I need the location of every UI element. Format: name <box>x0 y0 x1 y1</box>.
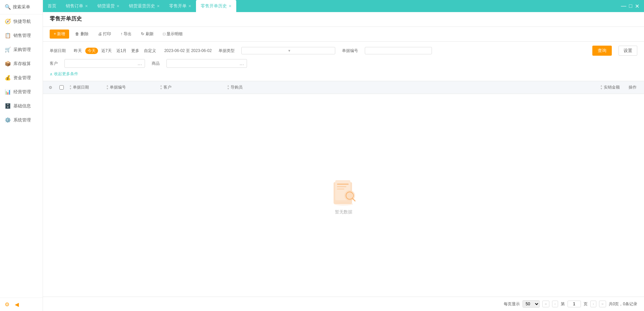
collapse-sidebar-icon[interactable]: ◀ <box>15 301 19 308</box>
sidebar-item-basic[interactable]: 🗄️ 基础信息 <box>0 99 43 113</box>
date-custom[interactable]: 自定义 <box>143 48 157 54</box>
query-button[interactable]: 查询 <box>592 46 612 56</box>
sidebar-item-operation[interactable]: 📊 经营管理 <box>0 85 43 99</box>
customer-input-wrap: ... <box>64 59 145 68</box>
sidebar-item-system[interactable]: ⚙️ 系统管理 <box>0 113 43 127</box>
filter-row-2: 客户 ... 商品 ... <box>50 59 637 68</box>
settings-bottom-icon[interactable]: ⚙ <box>5 301 9 308</box>
tab-retail-open-history-close[interactable]: ✕ <box>229 4 232 8</box>
column-actions: 操作 <box>623 85 643 90</box>
sidebar-item-sales[interactable]: 📋 销售管理 <box>0 29 43 43</box>
filter-area: 单据日期 昨天 今天 近7天 近1月 更多 自定义 2023-06-02 至 2… <box>43 42 644 81</box>
finance-icon: 💰 <box>5 75 11 81</box>
sales-icon: 📋 <box>5 33 11 39</box>
column-num[interactable]: ▲▼ 单据编号 <box>103 85 157 90</box>
total-label: 共0页，0条记录 <box>609 301 637 307</box>
display-detail-button[interactable]: □ 显示明细 <box>160 30 186 39</box>
empty-illustration <box>327 175 360 209</box>
next-page-button[interactable]: › <box>590 301 596 307</box>
tab-sales-return-history[interactable]: 销货退货历史 ✕ <box>124 0 164 12</box>
first-page-button[interactable]: « <box>542 301 549 307</box>
date-today[interactable]: 今天 <box>85 48 98 54</box>
type-select[interactable]: ▾ <box>241 47 335 54</box>
tab-retail-open-close[interactable]: ✕ <box>188 4 191 8</box>
collapse-up-icon: ∧ <box>50 72 53 76</box>
print-button[interactable]: 🖨 打印 <box>95 30 114 39</box>
date-more[interactable]: 更多 <box>130 48 141 54</box>
svg-rect-5 <box>337 189 344 190</box>
per-page-select[interactable]: 50 100 200 <box>523 300 540 308</box>
minimize-button[interactable]: — <box>621 3 626 9</box>
customer-input[interactable] <box>67 61 138 66</box>
export-button[interactable]: ↑ 导出 <box>117 30 135 39</box>
purchase-icon: 🛒 <box>5 47 11 53</box>
select-all-checkbox[interactable] <box>59 85 64 90</box>
collapse-button[interactable]: ∧ 收起更多条件 <box>50 71 637 77</box>
customer-dots-icon[interactable]: ... <box>138 60 142 66</box>
system-icon: ⚙️ <box>5 117 11 123</box>
tab-retail-open-label: 零售开单 <box>169 3 187 9</box>
quick-nav-icon: 🧭 <box>5 18 11 24</box>
num-filter-label: 单据编号 <box>342 48 358 54</box>
settings-filter-button[interactable]: 设置 <box>618 46 637 56</box>
column-date[interactable]: ▲▼ 单据日期 <box>66 85 103 90</box>
tab-sales-return[interactable]: 销货退货 ✕ <box>93 0 124 12</box>
last-page-button[interactable]: » <box>599 301 606 307</box>
refresh-button[interactable]: ↻ 刷新 <box>138 30 157 39</box>
column-guide[interactable]: ▲▼ 导购员 <box>224 85 264 90</box>
column-customer[interactable]: ▲▼ 客户 <box>157 85 224 90</box>
sidebar-item-purchase[interactable]: 🛒 采购管理 <box>0 43 43 57</box>
page-title: 零售开单历史 <box>50 15 637 22</box>
tab-sales-order[interactable]: 销售订单 ✕ <box>61 0 93 12</box>
add-button[interactable]: + 新增 <box>50 30 69 39</box>
tab-home[interactable]: 首页 <box>43 0 61 12</box>
goods-dots-icon[interactable]: ... <box>240 60 244 66</box>
content-header: 零售开单历史 <box>43 12 644 27</box>
tab-sales-order-close[interactable]: ✕ <box>85 4 88 8</box>
delete-button[interactable]: 🗑 删除 <box>72 30 92 39</box>
sidebar-item-label: 系统管理 <box>13 117 31 123</box>
date-yesterday[interactable]: 昨天 <box>72 48 83 54</box>
svg-rect-4 <box>337 186 346 187</box>
tab-sales-return-close[interactable]: ✕ <box>116 4 119 8</box>
sidebar-item-quick-nav[interactable]: 🧭 快捷导航 <box>0 14 43 29</box>
sidebar-item-inventory[interactable]: 📦 库存核算 <box>0 57 43 71</box>
column-settings-icon[interactable]: ⚙ <box>44 85 56 90</box>
column-amount[interactable]: ▲▼ 实销金额 <box>589 85 623 90</box>
table-header: ⚙ ▲▼ 单据日期 ▲▼ 单据编号 ▲▼ 客户 ▲▼ <box>43 81 644 94</box>
search-label: 搜索采单 <box>13 4 30 10</box>
page-end-label: 页 <box>584 301 588 307</box>
svg-rect-3 <box>337 184 349 185</box>
sidebar-item-label: 资金管理 <box>13 75 31 81</box>
date-7days[interactable]: 近7天 <box>100 48 113 54</box>
num-input[interactable] <box>368 48 429 53</box>
maximize-button[interactable]: □ <box>629 3 632 9</box>
page-input[interactable] <box>567 301 581 307</box>
tab-bar: 首页 销售订单 ✕ 销货退货 ✕ 销货退货历史 ✕ 零售开单 ✕ 零售开单历史 … <box>43 0 644 12</box>
goods-input-wrap: ... <box>166 59 247 68</box>
tab-retail-open[interactable]: 零售开单 ✕ <box>164 0 196 12</box>
operation-icon: 📊 <box>5 89 11 95</box>
close-button[interactable]: ✕ <box>635 3 639 9</box>
window-controls: — □ ✕ <box>621 3 644 9</box>
date-filter-label: 单据日期 <box>50 48 66 54</box>
tab-sales-return-history-label: 销货退货历史 <box>129 3 155 9</box>
tab-sales-return-history-close[interactable]: ✕ <box>157 4 160 8</box>
filter-row-1: 单据日期 昨天 今天 近7天 近1月 更多 自定义 2023-06-02 至 2… <box>50 46 637 56</box>
sidebar-item-finance[interactable]: 💰 资金管理 <box>0 71 43 85</box>
sidebar-item-label: 库存核算 <box>13 61 31 67</box>
basic-icon: 🗄️ <box>5 103 11 109</box>
sidebar: 🔍 搜索采单 🧭 快捷导航 📋 销售管理 🛒 采购管理 📦 库存核算 💰 资金管… <box>0 0 43 311</box>
tab-home-label: 首页 <box>48 3 56 9</box>
tab-retail-open-history[interactable]: 零售开单历史 ✕ <box>196 0 236 12</box>
prev-page-button[interactable]: ‹ <box>552 301 558 307</box>
tab-sales-order-label: 销售订单 <box>66 3 83 9</box>
goods-filter-label: 商品 <box>152 61 160 66</box>
date-1month[interactable]: 近1月 <box>115 48 128 54</box>
column-checkbox[interactable] <box>56 85 66 90</box>
inventory-icon: 📦 <box>5 61 11 67</box>
goods-input[interactable] <box>169 61 240 66</box>
main-area: 首页 销售订单 ✕ 销货退货 ✕ 销货退货历史 ✕ 零售开单 ✕ 零售开单历史 … <box>43 0 644 311</box>
search-menu-item[interactable]: 🔍 搜索采单 <box>0 0 43 14</box>
sidebar-item-label: 采购管理 <box>13 47 31 53</box>
